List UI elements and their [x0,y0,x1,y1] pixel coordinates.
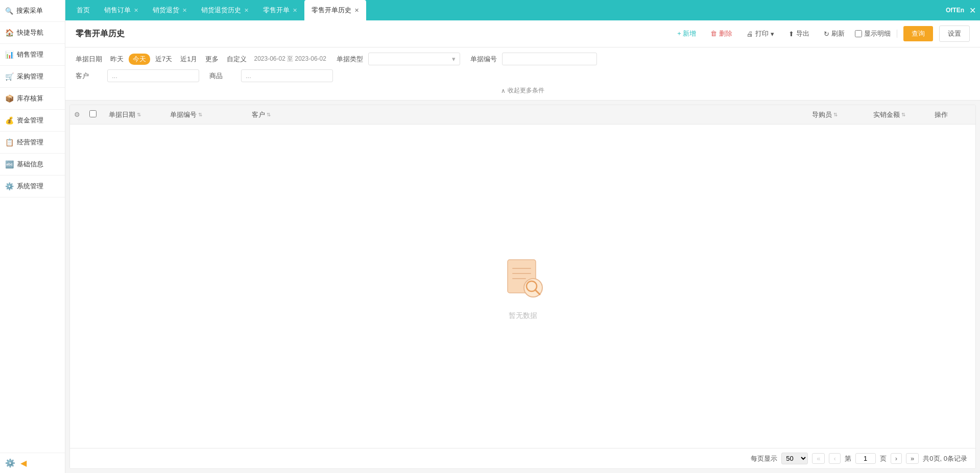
toolbar: + 新增 🗑 删除 🖨 打印 ▾ ⬆ 导出 ↻ 刷新 显示明细 [673,26,970,42]
home-icon: 🏠 [5,29,14,37]
empty-text: 暂无数据 [509,311,537,320]
page-number-input[interactable] [855,453,876,464]
sidebar-item-label: 经营管理 [17,138,43,147]
brand-label: OfTEn [946,7,964,14]
col-amount[interactable]: 实销金额 ⇅ [869,110,930,119]
date-label: 单据日期 [76,55,104,64]
goods-select-value: ... [246,72,328,80]
sidebar-item-sales-mgmt[interactable]: 📊 销售管理 [0,44,65,66]
col-customer-label: 客户 [252,110,265,119]
sidebar: 🔍 搜索采单 🏠 快捷导航 📊 销售管理 🛒 采购管理 📦 库存核算 💰 资金管… [0,0,65,473]
tab-home[interactable]: 首页 [69,0,97,20]
cart-icon: 🛒 [5,72,14,81]
export-label: 导出 [796,29,809,38]
sidebar-item-label: 采购管理 [17,72,43,81]
tab-home-label: 首页 [77,6,90,15]
collapse-up-icon: ∧ [501,87,506,94]
col-date[interactable]: 单据日期 ⇅ [105,110,166,119]
date-opt-yesterday[interactable]: 昨天 [107,54,127,65]
page-last-btn[interactable]: » [906,453,919,464]
date-opt-7days[interactable]: 近7天 [152,54,175,65]
per-page-select[interactable]: 50 10 20 100 [781,453,808,464]
page-next-btn[interactable]: › [891,453,902,464]
col-guide-label: 导购员 [812,110,832,119]
add-button[interactable]: + 新增 [673,27,700,40]
tab-retail-history[interactable]: 零售开单历史 ✕ [304,0,366,20]
date-opt-custom[interactable]: 自定义 [224,54,250,65]
tab-retail-history-close[interactable]: ✕ [354,7,359,14]
customer-filter: 客户 ... [76,69,199,82]
date-filter: 单据日期 昨天 今天 近7天 近1月 更多 自定义 2023-06-02 至 2… [76,54,326,65]
tab-sales-return-history-close[interactable]: ✕ [244,7,249,14]
collapse-btn[interactable]: ∧ 收起更多条件 [76,86,970,95]
goods-filter: 商品 ... [209,69,333,82]
number-input[interactable] [502,53,597,65]
collapse-sidebar-icon[interactable]: ◀ [20,458,27,468]
date-opt-today[interactable]: 今天 [129,54,150,65]
sidebar-search-label: 搜索采单 [16,6,43,15]
sidebar-item-label: 销售管理 [17,50,43,59]
print-button[interactable]: 🖨 打印 ▾ [743,27,778,40]
page-first-btn[interactable]: « [812,453,825,464]
settings-bottom-icon[interactable]: ⚙️ [5,458,15,468]
nav-right: OfTEn ✕ [946,6,976,15]
tab-sales-return-history[interactable]: 销货退货历史 ✕ [194,0,256,20]
page-prev-btn[interactable]: ‹ [829,453,840,464]
nav-close-btn[interactable]: ✕ [969,6,976,15]
col-action: 操作 [930,110,971,119]
display-detail-check-input[interactable] [855,30,862,37]
tab-sales-order[interactable]: 销售订单 ✕ [97,0,146,20]
export-icon: ⬆ [788,30,794,38]
customer-select[interactable]: ... [107,69,199,82]
col-num[interactable]: 单据编号 ⇅ [166,110,248,119]
pagination: 每页显示 50 10 20 100 « ‹ 第 页 › » 共0页, 0条记录 [70,448,975,468]
page-header: 零售开单历史 + 新增 🗑 删除 🖨 打印 ▾ ⬆ 导出 ↻ 刷新 [65,20,980,47]
delete-button[interactable]: 🗑 删除 [706,27,736,40]
display-detail-checkbox[interactable]: 显示明细 [855,29,891,38]
check-all-input[interactable] [89,110,97,117]
tab-retail-open[interactable]: 零售开单 ✕ [256,0,304,20]
empty-state: 暂无数据 [70,125,975,448]
col-amount-sort: ⇅ [901,112,905,117]
sidebar-item-inventory[interactable]: 📦 库存核算 [0,88,65,110]
type-select[interactable]: ▾ [368,53,460,65]
sidebar-search[interactable]: 🔍 搜索采单 [0,0,65,22]
tab-retail-open-close[interactable]: ✕ [293,7,297,14]
sidebar-item-finance[interactable]: 💰 资金管理 [0,110,65,132]
refresh-label: 刷新 [831,29,845,38]
display-detail-label: 显示明细 [864,29,891,38]
page-suffix: 页 [880,454,887,463]
page-label: 第 [845,454,851,463]
sidebar-item-quick-nav[interactable]: 🏠 快捷导航 [0,22,65,44]
col-guide[interactable]: 导购员 ⇅ [808,110,869,119]
date-opt-more[interactable]: 更多 [202,54,222,65]
query-button[interactable]: 查询 [903,26,933,41]
table-check-all[interactable] [89,110,105,119]
sidebar-item-system-mgmt[interactable]: ⚙️ 系统管理 [0,176,65,197]
refresh-button[interactable]: ↻ 刷新 [820,27,849,40]
col-customer[interactable]: 客户 ⇅ [248,110,808,119]
sidebar-item-operations[interactable]: 📋 经营管理 [0,132,65,154]
sidebar-item-label: 系统管理 [17,182,43,191]
sidebar-item-label: 资金管理 [17,116,43,125]
table-settings-icon[interactable]: ⚙ [74,111,89,118]
date-opt-1month[interactable]: 近1月 [177,54,200,65]
per-page-label: 每页显示 [751,454,777,463]
tab-retail-history-label: 零售开单历史 [312,6,351,15]
export-button[interactable]: ⬆ 导出 [784,27,814,40]
col-action-label: 操作 [935,110,948,119]
tab-sales-return[interactable]: 销货退货 ✕ [146,0,194,20]
search-icon: 🔍 [5,7,13,15]
goods-select[interactable]: ... [241,69,333,82]
money-icon: 💰 [5,116,14,125]
sidebar-item-label: 基础信息 [17,160,43,169]
box-icon: 📦 [5,94,14,103]
settings-button[interactable]: 设置 [939,26,970,42]
col-num-sort: ⇅ [198,112,202,117]
sidebar-item-purchase-mgmt[interactable]: 🛒 采购管理 [0,66,65,88]
refresh-icon: ↻ [824,30,829,38]
sidebar-item-basic-info[interactable]: 🔤 基础信息 [0,154,65,176]
tab-sales-return-close[interactable]: ✕ [182,7,187,14]
tab-sales-order-close[interactable]: ✕ [134,7,138,14]
filter-row-1: 单据日期 昨天 今天 近7天 近1月 更多 自定义 2023-06-02 至 2… [76,53,970,65]
